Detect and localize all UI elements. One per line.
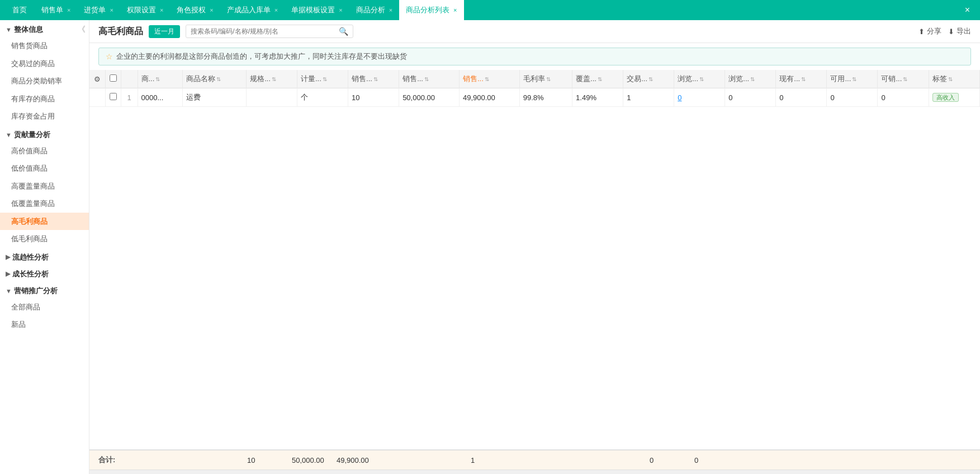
sidebar: 《 ▼ 整体信息 销售货商品 交易过的商品 商品分类助销率 有库存的商品 库存资…	[0, 20, 89, 474]
sidebar-item-sales-goods[interactable]: 销售货商品	[0, 37, 89, 55]
sidebar-collapse-button[interactable]: 《	[78, 25, 86, 35]
sidebar-item-high-coverage[interactable]: 高覆盖量商品	[0, 177, 89, 195]
sidebar-group-marketing[interactable]: ▼ 营销推广分析	[0, 281, 89, 298]
row-unit: 个	[297, 88, 348, 107]
sidebar-item-stock-capital[interactable]: 库存资金占用	[0, 107, 89, 125]
col-checkbox[interactable]	[105, 70, 121, 88]
col-sellable[interactable]: 可销...⇅	[878, 70, 929, 88]
col-name[interactable]: 商品名称⇅	[182, 70, 246, 88]
col-browse1[interactable]: 浏览...⇅	[674, 70, 725, 88]
col-tag[interactable]: 标签⇅	[929, 70, 979, 88]
sidebar-item-high-value[interactable]: 高价值商品	[0, 142, 89, 160]
col-gross-rate[interactable]: 毛利率⇅	[519, 70, 572, 88]
footer-spacer4	[557, 456, 602, 464]
row-browse1[interactable]: 0	[674, 88, 725, 107]
close-tab-purchase[interactable]: ×	[110, 7, 113, 13]
sidebar-group-overall[interactable]: ▼ 整体信息	[0, 20, 89, 37]
header-actions: ⬆ 分享 ⬇ 导出	[919, 26, 971, 36]
info-banner: ☆ 企业的主要的利润都是这部分商品创造的，可考虑加大推广，同时关注库存是不要出现…	[98, 48, 971, 65]
table-row: 1 0000... 运费 个 10 50,000.00 49,900.00 99…	[89, 88, 980, 107]
share-icon: ⬆	[919, 27, 925, 36]
content-area: 高毛利商品 近一月 🔍 ⬆ 分享 ⬇ 导出 ☆ 企业的主要的利润都是这部分商品创…	[89, 20, 980, 474]
row-select-checkbox[interactable]	[110, 93, 117, 100]
row-checkbox[interactable]	[105, 88, 121, 107]
page-title: 高毛利商品	[98, 26, 143, 37]
arrow-icon-overall: ▼	[6, 26, 12, 33]
arrow-icon-contribution: ▼	[6, 132, 12, 138]
sidebar-item-in-stock-goods[interactable]: 有库存的商品	[0, 90, 89, 108]
table-header-row: ⚙ 商...⇅ 商品名称⇅ 规格...⇅ 计量...⇅ 销售...⇅ 销售...…	[89, 70, 980, 88]
row-coverage: 1.49%	[572, 88, 623, 107]
select-all-checkbox[interactable]	[110, 74, 117, 82]
nav-tab-template[interactable]: 单据模板设置 ×	[285, 0, 349, 20]
sidebar-item-traded-goods[interactable]: 交易过的商品	[0, 55, 89, 73]
close-tab-product-stock[interactable]: ×	[274, 7, 278, 13]
nav-tab-roles[interactable]: 角色授权 ×	[170, 0, 220, 20]
sidebar-group-growth[interactable]: ▶ 成长性分析	[0, 265, 89, 281]
close-tab-permissions[interactable]: ×	[160, 7, 163, 13]
footer-spacer5	[602, 456, 646, 464]
col-sales-amount[interactable]: 销售...⇅	[399, 70, 460, 88]
row-num: 1	[121, 88, 138, 107]
row-gross-rate: 99.8%	[519, 88, 572, 107]
export-button[interactable]: ⬇ 导出	[948, 26, 971, 36]
row-current-stock: 0	[776, 88, 827, 107]
sidebar-group-trend[interactable]: ▶ 流趋性分析	[0, 248, 89, 265]
col-sales-cost[interactable]: 销售...⇅	[459, 70, 519, 88]
col-current-stock[interactable]: 现有...⇅	[776, 70, 827, 88]
close-tab-roles[interactable]: ×	[210, 7, 213, 13]
col-unit[interactable]: 计量...⇅	[297, 70, 348, 88]
nav-tab-sales[interactable]: 销售单 ×	[35, 0, 77, 20]
nav-tab-purchase[interactable]: 进货单 ×	[77, 0, 120, 20]
col-available[interactable]: 可用...⇅	[827, 70, 878, 88]
footer-spacer3	[512, 456, 557, 464]
nav-tab-product-stock[interactable]: 产成品入库单 ×	[220, 0, 285, 20]
col-code[interactable]: 商...⇅	[138, 70, 182, 88]
footer-row: 合计: 10 50,000.00 49,900.00 1 0 0	[89, 449, 980, 470]
col-settings[interactable]: ⚙	[89, 70, 105, 88]
sidebar-item-low-coverage[interactable]: 低覆盖量商品	[0, 195, 89, 213]
info-icon: ☆	[106, 52, 113, 61]
goods-table: ⚙ 商...⇅ 商品名称⇅ 规格...⇅ 计量...⇅ 销售...⇅ 销售...…	[89, 70, 980, 107]
nav-tab-goods-analysis-list[interactable]: 商品分析列表 ×	[399, 0, 463, 20]
close-tab-goods-analysis-list[interactable]: ×	[453, 7, 457, 13]
window-close-button[interactable]: ×	[959, 5, 976, 15]
table-wrapper: ⚙ 商...⇅ 商品名称⇅ 规格...⇅ 计量...⇅ 销售...⇅ 销售...…	[89, 70, 980, 449]
col-sales-qty[interactable]: 销售...⇅	[348, 70, 399, 88]
share-button[interactable]: ⬆ 分享	[919, 26, 941, 36]
footer-values: 10 50,000.00 49,900.00 1 0 0	[132, 456, 971, 464]
date-filter-button[interactable]: 近一月	[149, 25, 180, 38]
footer-trade: 1	[467, 456, 512, 464]
col-browse2[interactable]: 浏览...⇅	[725, 70, 776, 88]
sidebar-item-all-goods[interactable]: 全部商品	[0, 298, 89, 316]
nav-tab-home[interactable]: 首页	[4, 0, 35, 20]
nav-tab-permissions[interactable]: 权限设置 ×	[120, 0, 170, 20]
col-coverage[interactable]: 覆盖...⇅	[572, 70, 623, 88]
bottom-scrollbar[interactable]	[89, 470, 980, 474]
sidebar-item-low-margin[interactable]: 低毛利商品	[0, 230, 89, 248]
close-tab-goods-analysis[interactable]: ×	[389, 7, 392, 13]
sidebar-item-high-margin[interactable]: 高毛利商品	[0, 213, 89, 231]
sidebar-item-new-goods[interactable]: 新品	[0, 316, 89, 334]
row-trade: 1	[623, 88, 674, 107]
close-tab-template[interactable]: ×	[339, 7, 342, 13]
sidebar-item-category-assist-rate[interactable]: 商品分类助销率	[0, 72, 89, 90]
col-trade[interactable]: 交易...⇅	[623, 70, 674, 88]
row-settings[interactable]	[89, 88, 105, 107]
close-tab-sales[interactable]: ×	[67, 7, 70, 13]
search-input[interactable]	[191, 27, 335, 35]
footer-label: 合计:	[98, 455, 121, 465]
footer-sales-qty: 10	[244, 456, 288, 464]
search-icon[interactable]: 🔍	[339, 27, 348, 36]
row-name: 运费	[182, 88, 246, 107]
row-sales-cost: 49,900.00	[459, 88, 519, 107]
col-spec[interactable]: 规格...⇅	[246, 70, 297, 88]
row-spec	[246, 88, 297, 107]
footer-available: 0	[646, 456, 691, 464]
sidebar-group-contribution[interactable]: ▼ 贡献量分析	[0, 125, 89, 142]
sidebar-item-low-value[interactable]: 低价值商品	[0, 159, 89, 177]
export-icon: ⬇	[948, 27, 954, 36]
arrow-icon-growth: ▶	[6, 270, 10, 278]
nav-tab-goods-analysis[interactable]: 商品分析 ×	[349, 0, 399, 20]
footer-sales-amount: 50,000.00	[288, 456, 333, 464]
